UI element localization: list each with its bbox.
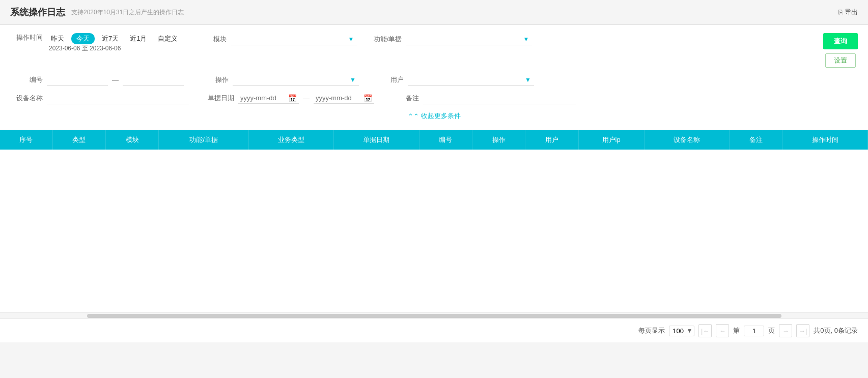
collapse-button[interactable]: ⌃⌃ 收起更多条件 [10, 108, 858, 122]
filter-area: 操作时间 昨天 今天 近7天 近1月 自定义 2023-06-06 至 2023… [0, 25, 868, 130]
time-options: 昨天 今天 近7天 近1月 自定义 [47, 33, 182, 44]
page-label: 第 [733, 326, 740, 335]
table-header-编号: 编号 [419, 130, 472, 150]
time-btn-1month[interactable]: 近1月 [126, 33, 151, 44]
table-header-业务类型: 业务类型 [248, 130, 333, 150]
operation-label: 操作 [196, 75, 233, 84]
export-label: 导出 [845, 8, 858, 17]
function-select[interactable] [406, 33, 532, 45]
table-header-用户: 用户 [525, 130, 578, 150]
module-select[interactable] [231, 33, 357, 45]
table-area: 序号类型模块功能/单据业务类型单据日期编号操作用户用户ip设备名称备注操作时间 [0, 130, 868, 312]
table-header-功能/单据: 功能/单据 [159, 130, 248, 150]
time-label: 操作时间 [10, 33, 47, 42]
table-header-设备名称: 设备名称 [644, 130, 729, 150]
empty-area [0, 150, 868, 312]
calendar-end-icon[interactable]: 📅 [363, 94, 372, 102]
page-size-label: 每页显示 [638, 326, 665, 335]
function-select-wrap: ▼ [406, 33, 532, 45]
voucher-date-end-wrap: 📅 [314, 93, 374, 104]
total-label: 共0页, 0条记录 [814, 326, 858, 335]
time-btn-7days[interactable]: 近7天 [98, 33, 123, 44]
table-header-用户ip: 用户ip [578, 130, 644, 150]
data-table: 序号类型模块功能/单据业务类型单据日期编号操作用户用户ip设备名称备注操作时间 [0, 130, 868, 150]
first-page-button[interactable]: |← [698, 324, 712, 337]
collapse-label: 收起更多条件 [421, 111, 461, 121]
page-size-select[interactable]: 100 50 200 [669, 326, 694, 336]
voucher-date-end[interactable] [316, 94, 361, 102]
voucher-date-start-wrap: 📅 [238, 93, 299, 104]
table-header-操作: 操作 [472, 130, 525, 150]
time-btn-custom[interactable]: 自定义 [154, 33, 182, 44]
voucher-date-label: 单据日期 [202, 94, 238, 103]
page-header: 系统操作日志 支持2020年10月31日之后产生的操作日志 ⎘ 导出 [0, 0, 868, 25]
prev-page-button[interactable]: ← [716, 324, 729, 337]
action-buttons: 查询 设置 [823, 33, 858, 68]
collapse-icon: ⌃⌃ [408, 112, 419, 120]
calendar-start-icon[interactable]: 📅 [288, 94, 297, 102]
next-page-button[interactable]: → [779, 324, 792, 337]
voucher-date-dash: — [303, 95, 310, 102]
page-end-label: 页 [768, 326, 775, 335]
number-input-start[interactable] [47, 74, 108, 86]
export-icon: ⎘ [838, 8, 843, 16]
page-title: 系统操作日志 [10, 6, 65, 18]
remark-input[interactable] [423, 92, 576, 104]
scrollbar-thumb[interactable] [87, 314, 781, 318]
operation-select-wrap: ▼ [233, 74, 359, 86]
module-select-wrap: ▼ [231, 33, 357, 45]
number-dash: — [112, 76, 119, 84]
user-label: 用户 [371, 75, 408, 84]
operation-select[interactable] [233, 74, 359, 86]
table-header-序号: 序号 [0, 130, 52, 150]
table-header-备注: 备注 [730, 130, 782, 150]
table-header-row: 序号类型模块功能/单据业务类型单据日期编号操作用户用户ip设备名称备注操作时间 [0, 130, 868, 150]
date-range-display: 2023-06-06 至 2023-06-06 [49, 44, 182, 53]
voucher-date-start[interactable] [240, 94, 286, 102]
function-label: 功能/单据 [369, 35, 406, 44]
table-header-类型: 类型 [52, 130, 105, 150]
module-label: 模块 [194, 35, 231, 44]
number-input-end[interactable] [123, 74, 184, 86]
settings-button[interactable]: 设置 [825, 53, 856, 68]
page-size-wrap: 100 50 200 ▼ [669, 326, 694, 336]
device-input[interactable] [47, 92, 189, 104]
last-page-button[interactable]: →| [796, 324, 809, 337]
user-select[interactable] [408, 74, 534, 86]
table-header-操作时间: 操作时间 [782, 130, 868, 150]
table-header-单据日期: 单据日期 [334, 130, 419, 150]
page-number-input[interactable]: 1 [744, 326, 764, 336]
number-label: 编号 [10, 75, 47, 84]
query-button[interactable]: 查询 [823, 33, 858, 49]
scrollbar-area[interactable] [0, 312, 868, 318]
pagination: 每页显示 100 50 200 ▼ |← ← 第 1 页 → →| 共0页, 0… [0, 318, 868, 342]
export-button[interactable]: ⎘ 导出 [838, 8, 858, 17]
time-btn-today[interactable]: 今天 [71, 33, 95, 44]
device-label: 设备名称 [10, 94, 47, 103]
remark-label: 备注 [386, 94, 423, 103]
time-btn-yesterday[interactable]: 昨天 [47, 33, 68, 44]
user-select-wrap: ▼ [408, 74, 534, 86]
page-subtitle: 支持2020年10月31日之后产生的操作日志 [71, 8, 184, 17]
table-header-模块: 模块 [106, 130, 159, 150]
